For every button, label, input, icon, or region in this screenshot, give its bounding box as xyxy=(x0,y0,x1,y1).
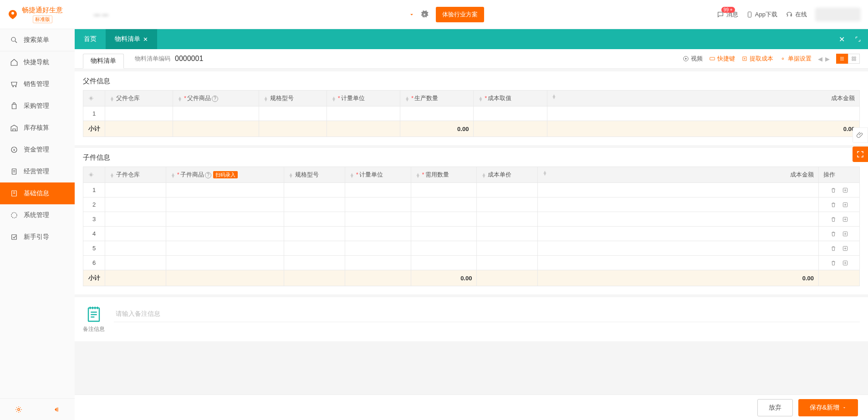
cell[interactable] xyxy=(411,197,477,212)
sidebar-item-inventory[interactable]: 库存核算 xyxy=(0,117,75,139)
cell[interactable] xyxy=(538,227,819,241)
parent-row[interactable]: 1 xyxy=(83,106,860,121)
sidebar-item-funds[interactable]: ¥ 资金管理 xyxy=(0,139,75,161)
fullscreen-icon[interactable] xyxy=(853,147,868,162)
tool-shortcut[interactable]: 快捷键 xyxy=(709,55,735,63)
cell[interactable] xyxy=(345,197,411,212)
help-icon[interactable]: ? xyxy=(205,172,211,178)
cell[interactable] xyxy=(477,241,538,256)
tab-home[interactable]: 首页 xyxy=(75,29,106,49)
prev-icon[interactable]: ◀ xyxy=(818,56,822,62)
cell[interactable] xyxy=(345,212,411,227)
add-row-icon[interactable] xyxy=(842,216,848,223)
cell[interactable] xyxy=(411,227,477,241)
cell[interactable] xyxy=(166,256,284,270)
cell[interactable] xyxy=(411,183,477,197)
cell[interactable] xyxy=(538,256,819,270)
delete-icon[interactable] xyxy=(830,231,837,237)
cell[interactable] xyxy=(105,106,173,121)
cell[interactable] xyxy=(547,106,859,121)
cell[interactable] xyxy=(284,227,345,241)
child-row[interactable]: 5 xyxy=(83,241,860,256)
cell[interactable] xyxy=(538,241,819,256)
messages-link[interactable]: 99 + 消息 xyxy=(717,10,738,19)
cell[interactable] xyxy=(477,256,538,270)
cell[interactable] xyxy=(345,183,411,197)
cell[interactable] xyxy=(105,183,166,197)
cell[interactable] xyxy=(477,212,538,227)
cell[interactable] xyxy=(105,241,166,256)
sidebar-item-sales[interactable]: 销售管理 xyxy=(0,73,75,95)
cell[interactable] xyxy=(411,241,477,256)
cell[interactable] xyxy=(538,212,819,227)
cell[interactable] xyxy=(477,183,538,197)
delete-icon[interactable] xyxy=(830,260,837,266)
app-download-link[interactable]: App下载 xyxy=(746,10,777,19)
child-col-cost-price[interactable]: ▲▼成本单价 xyxy=(477,167,538,183)
expand-icon[interactable] xyxy=(852,33,864,46)
parent-col-cost-method[interactable]: ▲▼*成本取值 xyxy=(474,91,547,106)
add-row-icon[interactable] xyxy=(842,202,848,208)
child-col-qty[interactable]: ▲▼*需用数量 xyxy=(411,167,477,183)
cell[interactable] xyxy=(327,106,400,121)
tab-bom[interactable]: 物料清单 ✕ xyxy=(106,29,157,49)
child-col-product[interactable]: ▲▼*子件商品?扫码录入 xyxy=(166,167,284,183)
cell[interactable] xyxy=(411,212,477,227)
user-avatar[interactable] xyxy=(815,8,861,21)
sidebar-item-guide[interactable]: 新手引导 xyxy=(0,226,75,248)
cell[interactable] xyxy=(474,106,547,121)
view-list-icon[interactable] xyxy=(836,54,848,64)
cell[interactable] xyxy=(538,197,819,212)
child-col-gear[interactable] xyxy=(83,167,105,183)
cell[interactable] xyxy=(166,241,284,256)
cell[interactable] xyxy=(477,227,538,241)
account-selector[interactable]: — — xyxy=(94,11,176,18)
cell[interactable] xyxy=(105,256,166,270)
delete-icon[interactable] xyxy=(830,216,837,223)
sidebar-item-purchase[interactable]: 采购管理 xyxy=(0,95,75,117)
parent-col-cost-amount[interactable]: ▲▼成本金额 xyxy=(547,91,859,106)
add-row-icon[interactable] xyxy=(842,245,848,252)
sidebar-item-search[interactable]: 搜索菜单 xyxy=(0,29,75,51)
child-col-cost-amount[interactable]: ▲▼成本金额 xyxy=(538,167,819,183)
cell[interactable] xyxy=(345,241,411,256)
parent-col-gear[interactable] xyxy=(83,91,105,106)
parent-col-warehouse[interactable]: ▲▼父件仓库 xyxy=(105,91,173,106)
delete-icon[interactable] xyxy=(830,245,837,252)
sidebar-item-system[interactable]: 系统管理 xyxy=(0,204,75,226)
cell[interactable] xyxy=(166,197,284,212)
attachment-icon[interactable] xyxy=(853,127,868,143)
child-row[interactable]: 1 xyxy=(83,183,860,197)
cell[interactable] xyxy=(284,256,345,270)
cell[interactable] xyxy=(411,256,477,270)
collapse-sidebar-icon[interactable] xyxy=(52,405,60,414)
scan-tag[interactable]: 扫码录入 xyxy=(213,171,238,178)
delete-icon[interactable] xyxy=(830,202,837,208)
cell[interactable] xyxy=(284,241,345,256)
online-support-link[interactable]: 在线 xyxy=(786,10,807,19)
child-row[interactable]: 4 xyxy=(83,227,860,241)
cell[interactable] xyxy=(538,183,819,197)
cell[interactable] xyxy=(166,183,284,197)
child-row[interactable]: 2 xyxy=(83,197,860,212)
parent-col-product[interactable]: ▲▼*父件商品? xyxy=(173,91,259,106)
sidebar-item-basic-info[interactable]: 基础信息 xyxy=(0,182,75,204)
discard-button[interactable]: 放弃 xyxy=(757,399,793,416)
cell[interactable] xyxy=(284,183,345,197)
cell[interactable] xyxy=(105,212,166,227)
sidebar-item-quicknav[interactable]: 快捷导航 xyxy=(0,51,75,73)
cell[interactable] xyxy=(345,256,411,270)
next-icon[interactable]: ▶ xyxy=(825,56,830,62)
settings-gear-icon[interactable] xyxy=(15,405,23,414)
save-new-button[interactable]: 保存&新增 xyxy=(798,399,858,416)
add-row-icon[interactable] xyxy=(842,187,848,193)
tool-video[interactable]: 视频 xyxy=(683,55,703,63)
cell[interactable] xyxy=(173,106,259,121)
tool-extract-cost[interactable]: 提取成本 xyxy=(741,55,773,63)
child-row[interactable]: 6 xyxy=(83,256,860,270)
delete-icon[interactable] xyxy=(830,187,837,193)
cell[interactable] xyxy=(166,212,284,227)
cell[interactable] xyxy=(166,227,284,241)
cell[interactable] xyxy=(105,197,166,212)
cell[interactable] xyxy=(345,227,411,241)
